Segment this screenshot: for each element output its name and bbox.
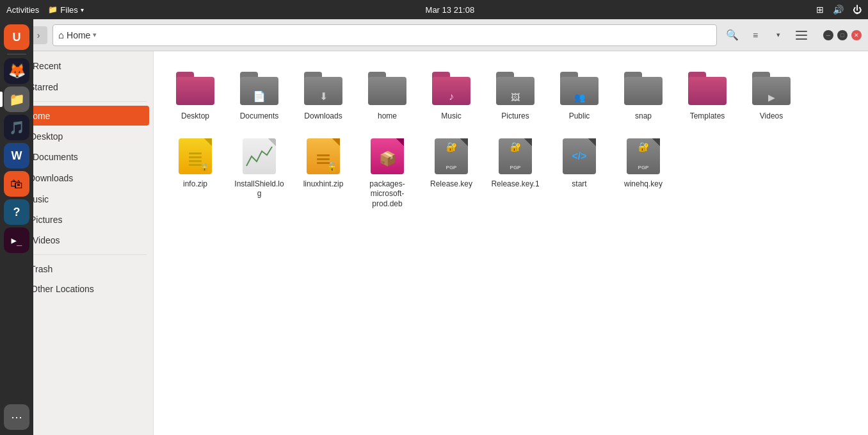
- pgp1-lock-icon: 🔐: [510, 142, 521, 152]
- file-item-start[interactable]: </> start: [551, 132, 608, 213]
- documents-folder-icon-wrap: 📄: [239, 68, 280, 109]
- pgp-text: PGP: [446, 165, 457, 170]
- search-icon: 🔍: [726, 29, 739, 41]
- view-dropdown-button[interactable]: ▾: [768, 25, 789, 45]
- breadcrumb-home-label[interactable]: Home: [67, 30, 90, 40]
- hamburger-icon: [796, 31, 807, 40]
- zip-lock-icon: 🔒: [200, 163, 209, 172]
- files-menu[interactable]: 📁 Files ▾: [48, 5, 83, 15]
- packages-deb-icon-wrap: 📦: [367, 136, 408, 177]
- file-item-public[interactable]: 👥 Public: [551, 64, 608, 126]
- file-item-info-zip[interactable]: 🔒 info.zip: [166, 132, 224, 213]
- info-zip-icon-wrap: 🔒: [175, 136, 216, 177]
- forward-icon: ›: [37, 30, 40, 40]
- downloads-folder-overlay-icon: ⬇: [319, 90, 328, 103]
- file-item-linuxhint-zip[interactable]: 🔒 linuxhint.zip: [294, 132, 352, 213]
- maximize-button[interactable]: □: [837, 30, 848, 40]
- view-list-icon: ≡: [753, 30, 758, 40]
- file-item-snap[interactable]: snap: [615, 64, 672, 126]
- winehq-pgp-lock-icon: 🔐: [638, 142, 649, 152]
- public-folder-icon: 👥: [560, 72, 599, 105]
- file-item-templates[interactable]: Templates: [679, 64, 736, 126]
- sidebar-pictures-label: Pictures: [30, 215, 63, 225]
- pictures-folder-label: Pictures: [501, 111, 529, 122]
- winehq-pgp-fold-icon: [652, 138, 660, 146]
- files-menu-label: Files: [60, 5, 77, 15]
- public-folder-overlay-icon: 👥: [574, 92, 585, 103]
- html-tag-icon: </>: [572, 151, 586, 162]
- downloads-folder-icon: ⬇: [304, 72, 342, 105]
- network-icon[interactable]: ⊞: [816, 4, 824, 15]
- file-item-release-key[interactable]: 🔐 PGP Release.key: [422, 132, 480, 213]
- file-item-videos[interactable]: ▶ Videos: [743, 64, 800, 126]
- music-folder-overlay-icon: ♪: [449, 91, 454, 103]
- log-chart-svg: [245, 144, 273, 170]
- dock-libreoffice-icon[interactable]: W: [4, 143, 29, 168]
- info-zip-icon: 🔒: [179, 138, 212, 174]
- breadcrumb-dropdown-icon[interactable]: ▾: [93, 31, 97, 39]
- home-folder-icon: [368, 72, 406, 105]
- file-item-packages-deb[interactable]: 📦 packages-microsoft-prod.deb: [358, 132, 416, 213]
- winehq-pgp-text: PGP: [638, 165, 649, 170]
- dock-files-icon[interactable]: 📁: [4, 86, 29, 112]
- file-item-winehq-key[interactable]: 🔐 PGP winehq.key: [615, 132, 672, 213]
- downloads-folder-icon-wrap: ⬇: [303, 68, 344, 109]
- close-button[interactable]: ✕: [851, 30, 862, 40]
- dock-help-icon[interactable]: ?: [4, 199, 29, 225]
- file-item-music[interactable]: ♪ Music: [422, 64, 480, 126]
- file-item-desktop[interactable]: Desktop: [166, 64, 224, 126]
- file-item-release-key-1[interactable]: 🔐 PGP Release.key.1: [486, 132, 544, 213]
- dock-rhythmbox-icon[interactable]: 🎵: [4, 115, 29, 140]
- pictures-folder-icon-wrap: 🖼: [495, 68, 536, 109]
- pgp-lock-icon: 🔐: [446, 142, 457, 152]
- snap-folder-label: snap: [635, 111, 652, 122]
- sound-icon[interactable]: 🔊: [833, 4, 844, 15]
- view-toggle-button[interactable]: ≡: [745, 25, 766, 45]
- winehq-key-icon-wrap: 🔐 PGP: [623, 136, 664, 177]
- sidebar-videos-label: Videos: [33, 235, 60, 245]
- file-item-documents[interactable]: 📄 Documents: [230, 64, 288, 126]
- pgp1-fold-icon: [524, 138, 532, 146]
- hamburger-menu-button[interactable]: [791, 25, 812, 45]
- documents-folder-label: Documents: [240, 111, 279, 122]
- start-label: start: [572, 179, 586, 190]
- search-button[interactable]: 🔍: [722, 25, 743, 45]
- release-key-icon-wrap: 🔐 PGP: [431, 136, 472, 177]
- music-folder-label: Music: [441, 111, 461, 122]
- minimize-button[interactable]: ─: [823, 30, 833, 40]
- content-area: 🕐 Recent ★ Starred ⌂ Home 🖥 Desktop: [0, 51, 868, 435]
- downloads-folder-label: Downloads: [304, 111, 342, 122]
- dock-firefox-icon[interactable]: 🦊: [4, 58, 29, 84]
- breadcrumb-home-icon[interactable]: ⌂: [58, 29, 64, 40]
- release-key-1-icon: 🔐 PGP: [499, 138, 532, 174]
- templates-folder-icon: [688, 72, 727, 105]
- folder-icon-topbar: 📁: [48, 5, 58, 14]
- dock-apps-icon[interactable]: ⋯: [4, 404, 29, 430]
- documents-folder-overlay-icon: 📄: [253, 90, 266, 103]
- file-item-installshield-log[interactable]: InstallShield.log: [230, 132, 288, 213]
- dock-ubuntu-icon[interactable]: U: [4, 24, 29, 50]
- snap-folder-icon-wrap: [623, 68, 664, 109]
- power-icon[interactable]: ⏻: [853, 4, 862, 15]
- videos-folder-icon: ▶: [752, 72, 791, 105]
- file-item-downloads[interactable]: ⬇ Downloads: [294, 64, 352, 126]
- videos-folder-icon-wrap: ▶: [751, 68, 792, 109]
- public-folder-label: Public: [569, 111, 590, 122]
- info-zip-label: info.zip: [183, 179, 207, 190]
- templates-folder-label: Templates: [690, 111, 725, 122]
- activities-button[interactable]: Activities: [6, 5, 39, 15]
- videos-folder-overlay-icon: ▶: [768, 92, 775, 103]
- toolbar-right-controls: 🔍 ≡ ▾: [722, 25, 812, 45]
- pgp1-text: PGP: [510, 165, 521, 170]
- dock-terminal-icon[interactable]: ▶_: [4, 227, 29, 253]
- dock-software-icon[interactable]: 🛍: [4, 171, 29, 197]
- file-item-home[interactable]: home: [358, 64, 416, 126]
- start-html-icon: </>: [563, 138, 596, 174]
- pgp-fold-icon: [460, 138, 468, 146]
- music-folder-icon: ♪: [432, 72, 470, 105]
- videos-folder-label: Videos: [760, 111, 783, 122]
- file-item-pictures[interactable]: 🖼 Pictures: [486, 64, 544, 126]
- snap-folder-icon: [624, 72, 663, 105]
- application-dock: U 🦊 📁 🎵 W 🛍 ? ▶_ ⋯: [0, 19, 33, 435]
- pictures-folder-overlay-icon: 🖼: [511, 92, 520, 103]
